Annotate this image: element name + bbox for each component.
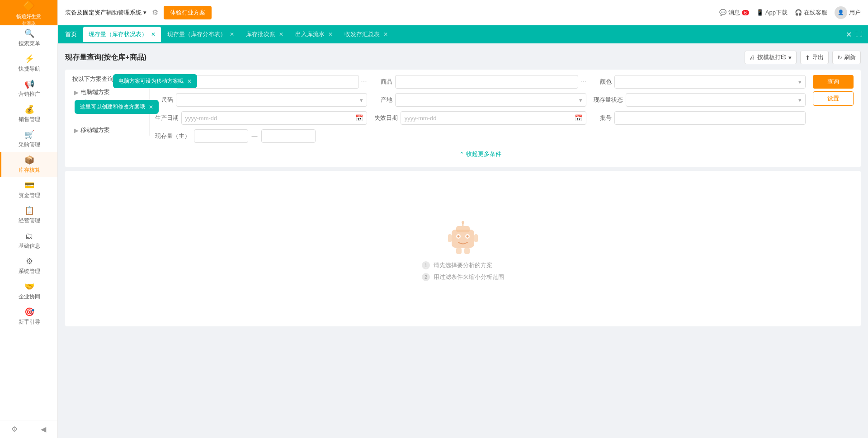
origin-select[interactable]: ▾	[395, 93, 586, 107]
sidebar-item-operations[interactable]: 📋 经营管理	[0, 203, 57, 228]
collapse-sidebar-icon[interactable]: ◀	[41, 425, 46, 433]
page-actions: 🖨 按模板打印 ▾ ⬆ 导出 ↻ 刷新	[745, 51, 861, 64]
content-area: 现存量查询(按仓库+商品) 🖨 按模板打印 ▾ ⬆ 导出 ↻ 刷新	[58, 43, 868, 438]
user-item[interactable]: 👤 用户	[835, 6, 861, 19]
sidebar-item-marketing[interactable]: 📢 营销推广	[0, 76, 57, 101]
empty-robot-illustration	[443, 216, 483, 257]
set-button[interactable]: 设置	[813, 91, 854, 106]
purchase-icon: 🛒	[24, 130, 34, 140]
sidebar-item-enterprise[interactable]: 🤝 企业协同	[0, 278, 57, 304]
expiry-date-calendar-icon: 📅	[575, 114, 582, 122]
query-button[interactable]: 查询	[813, 75, 854, 89]
sidebar-item-basic[interactable]: 🗂 基础信息	[0, 228, 57, 253]
app-logo: 🔶 畅通好生意 标准版	[0, 0, 57, 25]
tab-receive-summary[interactable]: 收发存汇总表 ✕	[339, 27, 393, 42]
message-item[interactable]: 💬 消息 6	[719, 9, 749, 17]
tab-close-receive-summary[interactable]: ✕	[383, 31, 388, 38]
export-button[interactable]: ⬆ 导出	[800, 51, 829, 64]
tab-close-inventory-dist[interactable]: ✕	[230, 31, 234, 38]
tab-in-out-flow[interactable]: 出入库流水 ✕	[290, 27, 338, 42]
tab-inventory-status[interactable]: 现存量（库存状况表） ✕	[83, 27, 161, 42]
size-select[interactable]: ▾	[176, 93, 367, 107]
sidebar-item-sales[interactable]: 💰 销售管理	[0, 101, 57, 127]
finance-icon: 💳	[24, 180, 34, 190]
goods-input[interactable]	[395, 75, 579, 89]
tooltip1-close[interactable]: ✕	[187, 78, 192, 85]
batch-no-input[interactable]	[614, 111, 806, 125]
export-icon: ⬆	[805, 54, 810, 61]
system-selector[interactable]: 装备及固定资产辅助管理系统 ▾	[65, 9, 146, 17]
user-avatar: 👤	[835, 6, 847, 19]
header-settings-icon[interactable]: ⚙	[152, 8, 158, 17]
warehouse-input[interactable]	[176, 75, 359, 89]
tooltip-pc-scheme: 电脑方案可设为移动方案哦 ✕	[113, 74, 197, 88]
tab-bar: 首页 现存量（库存状况表） ✕ 现存量（库存分布表） ✕ 库存批次账 ✕ 出入库…	[58, 25, 868, 43]
warehouse-dots-btn[interactable]: ···	[361, 78, 367, 86]
settings-bottom-icon[interactable]: ⚙	[11, 425, 18, 433]
sales-icon: 💰	[24, 104, 34, 114]
qty-max-input[interactable]	[261, 129, 316, 143]
page-title: 现存量查询(按仓库+商品)	[65, 53, 146, 62]
empty-tips: 1 请先选择要分析的方案 2 用过滤条件来缩小分析范围	[422, 261, 504, 281]
sidebar-item-quick-nav[interactable]: ⚡ 快捷导航	[0, 51, 57, 76]
pc-scheme-item[interactable]: ▶ 电脑端方案	[72, 87, 144, 98]
mobile-scheme-item[interactable]: ▶ 移动端方案	[72, 125, 144, 136]
svg-point-3	[462, 221, 464, 224]
sidebar-item-inventory[interactable]: 📦 库存核算	[0, 152, 57, 177]
svg-rect-8	[448, 234, 452, 242]
filter-action-buttons: 查询 设置	[813, 75, 854, 106]
goods-label: 商品	[374, 78, 392, 86]
origin-field: 产地 ▾	[374, 93, 586, 107]
collapse-filter-button[interactable]: ⌃ 收起更多条件	[155, 146, 806, 162]
filter-row-3: 生产日期 yyyy-mm-dd 📅 失效日期 yyyy-mm-dd 📅	[155, 111, 806, 125]
expiry-date-input[interactable]: yyyy-mm-dd 📅	[401, 111, 586, 125]
production-date-input[interactable]: yyyy-mm-dd 📅	[181, 111, 367, 125]
sidebar-item-search[interactable]: 🔍 搜索菜单	[0, 25, 57, 51]
sidebar-bottom: ⚙ ◀	[0, 420, 57, 438]
chevron-down-icon: ▾	[143, 9, 146, 16]
qty-label: 现存量（主）	[155, 132, 190, 140]
tab-fullscreen-icon[interactable]: ⛶	[855, 30, 863, 39]
experience-button[interactable]: 体验行业方案	[164, 6, 212, 19]
tab-close-inventory-status[interactable]: ✕	[151, 31, 156, 38]
tab-batch-account[interactable]: 库存批次账 ✕	[241, 27, 289, 42]
inventory-icon: 📦	[24, 155, 34, 165]
print-button[interactable]: 🖨 按模板打印 ▾	[745, 51, 797, 64]
svg-rect-9	[474, 234, 478, 242]
message-icon: 💬	[719, 9, 726, 16]
mobile-scheme-arrow: ▶	[74, 127, 79, 134]
online-support-item[interactable]: 🎧 在线客服	[795, 9, 827, 17]
svg-point-7	[467, 235, 469, 238]
svg-rect-10	[456, 248, 462, 254]
color-select[interactable]: ▾	[614, 75, 806, 89]
top-header: 装备及固定资产辅助管理系统 ▾ ⚙ 体验行业方案 💬 消息 6 📱 App下载 …	[58, 0, 868, 25]
tab-close-in-out-flow[interactable]: ✕	[328, 31, 333, 38]
svg-point-6	[458, 235, 460, 238]
online-support-label: 在线客服	[804, 9, 827, 17]
sidebar-item-finance[interactable]: 💳 资金管理	[0, 177, 57, 203]
empty-state: 1 请先选择要分析的方案 2 用过滤条件来缩小分析范围	[65, 189, 861, 308]
sidebar-item-guide[interactable]: 🎯 新手引导	[0, 304, 57, 329]
header-right: 💬 消息 6 📱 App下载 🎧 在线客服 👤 用户	[719, 6, 861, 19]
tab-close-batch-account[interactable]: ✕	[279, 31, 283, 38]
size-field: 尺码 ▾	[155, 93, 367, 107]
tooltip2-close[interactable]: ✕	[149, 104, 153, 110]
refresh-button[interactable]: ↻ 刷新	[832, 51, 861, 64]
origin-label: 产地	[374, 96, 392, 104]
sidebar-item-system[interactable]: ⚙ 系统管理	[0, 253, 57, 278]
tooltip-create-scheme: 这里可以创建和修改方案哦 ✕	[75, 100, 159, 114]
origin-chevron-icon: ▾	[579, 97, 582, 104]
stock-status-field: 现存量状态 ▾	[594, 93, 806, 107]
tab-bar-right: ✕ ⛶	[846, 30, 866, 39]
print-dropdown-icon: ▾	[788, 54, 792, 61]
tab-inventory-dist[interactable]: 现存量（库存分布表） ✕	[162, 27, 240, 42]
qty-min-input[interactable]	[194, 129, 248, 143]
stock-status-select[interactable]: ▾	[626, 93, 806, 107]
app-download-item[interactable]: 📱 App下载	[756, 9, 788, 17]
expiry-date-label: 失效日期	[374, 114, 398, 122]
sidebar-item-purchase[interactable]: 🛒 采购管理	[0, 127, 57, 152]
goods-dots-btn[interactable]: ···	[580, 78, 586, 86]
tab-home[interactable]: 首页	[60, 28, 82, 41]
tab-close-all-icon[interactable]: ✕	[846, 30, 852, 39]
headset-icon: 🎧	[795, 9, 802, 16]
